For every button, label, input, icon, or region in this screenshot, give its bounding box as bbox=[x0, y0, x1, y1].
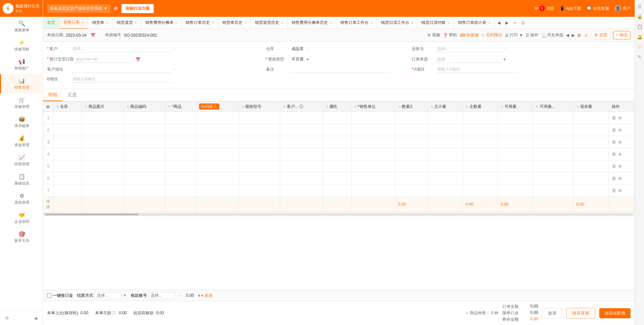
row-attribute-4[interactable] bbox=[323, 148, 351, 160]
sidebar-item-销售管理[interactable]: 📊 销售管理 bbox=[0, 74, 43, 93]
row-available-5[interactable] bbox=[498, 160, 533, 172]
app-download-action[interactable]: 📱 App下载 bbox=[560, 6, 581, 11]
row-qty2-6[interactable] bbox=[395, 172, 428, 185]
tab-6[interactable]: 销货单历史× bbox=[218, 17, 251, 29]
row-copy-icon-1[interactable]: ⊕ bbox=[618, 115, 622, 120]
row-code-6[interactable] bbox=[123, 172, 165, 185]
add-logistics-button[interactable]: + 物流 bbox=[613, 31, 631, 39]
operation-btn[interactable]: ☰ 操作 bbox=[526, 32, 538, 38]
row-stock-3[interactable] bbox=[574, 136, 609, 148]
row-spec-1[interactable] bbox=[238, 112, 280, 124]
row-scan-3[interactable] bbox=[196, 136, 238, 148]
row-warehouse-6[interactable] bbox=[53, 172, 82, 185]
row-spec-6[interactable] bbox=[238, 172, 280, 185]
user-action[interactable]: 👤 用户 bbox=[614, 5, 631, 12]
tab-close-12[interactable]: × bbox=[488, 21, 490, 25]
row-available-7[interactable] bbox=[498, 185, 533, 197]
tab-nav-0[interactable]: ◀ bbox=[495, 17, 503, 29]
row-unit-7[interactable] bbox=[351, 185, 395, 197]
row-copy-icon-6[interactable]: ⊕ bbox=[618, 176, 622, 181]
row-main-qty-2[interactable] bbox=[463, 124, 498, 136]
list-view-icon[interactable]: ≡ bbox=[583, 32, 589, 38]
row-delete-icon-2[interactable]: 🗑 bbox=[612, 127, 616, 132]
discard-button[interactable]: 放弃 bbox=[542, 308, 562, 319]
tab-close-3[interactable]: × bbox=[135, 21, 137, 25]
row-available2-7[interactable] bbox=[533, 185, 574, 197]
row-qty2-5[interactable] bbox=[395, 160, 428, 172]
trial-button[interactable]: 体验行业方案 bbox=[121, 4, 154, 13]
tab-close-10[interactable]: × bbox=[411, 21, 413, 25]
tab-3[interactable]: 销货退货× bbox=[113, 17, 141, 29]
calendar-icon[interactable]: 📅 bbox=[89, 33, 97, 38]
right-panel-icon-6[interactable]: ✎ bbox=[636, 53, 643, 60]
sidebar-item-经营管理[interactable]: 📈 经营管理 bbox=[0, 151, 43, 170]
row-product-6[interactable] bbox=[165, 172, 196, 185]
row-product-1[interactable] bbox=[165, 112, 196, 124]
customer-more-icon[interactable]: ··· bbox=[172, 47, 177, 51]
payment-method-input[interactable] bbox=[94, 292, 121, 299]
row-main-unit-7[interactable] bbox=[427, 185, 462, 197]
right-panel-icon-3[interactable]: 📋 bbox=[636, 23, 643, 30]
row-unit-3[interactable] bbox=[351, 136, 395, 148]
draft-button[interactable]: 保存草稿 bbox=[566, 308, 595, 319]
quick-pay-checkbox[interactable] bbox=[47, 293, 51, 298]
row-scan-4[interactable] bbox=[196, 148, 238, 160]
sidebar-item-新手引导[interactable]: 🎯 新手引导 bbox=[0, 228, 43, 247]
row-customer-2[interactable] bbox=[280, 124, 323, 136]
row-main-unit-1[interactable] bbox=[427, 112, 462, 124]
a-project-input[interactable] bbox=[435, 66, 519, 73]
row-available-2[interactable] bbox=[498, 124, 533, 136]
right-panel-icon-1[interactable]: ☰ bbox=[636, 3, 643, 10]
row-stock-1[interactable] bbox=[574, 112, 609, 124]
sidebar-item-快捷导航[interactable]: ⚡ 快捷导航 bbox=[0, 36, 43, 55]
sidebar-item-营销推广[interactable]: 📢 营销推广 bbox=[0, 55, 43, 74]
shortcut-btn[interactable]: ⌨ 快捷键 bbox=[460, 32, 479, 38]
row-scan-1[interactable] bbox=[196, 112, 238, 124]
row-available-6[interactable] bbox=[498, 172, 533, 185]
row-available2-5[interactable] bbox=[533, 160, 574, 172]
row-scan-2[interactable] bbox=[196, 124, 238, 136]
row-customer-4[interactable] bbox=[280, 148, 323, 160]
settings-button[interactable]: ⚙ 设置 bbox=[591, 31, 610, 39]
sidebar-item-资金管理[interactable]: 💰 资金管理 bbox=[0, 132, 43, 151]
invoice-dropdown-icon[interactable]: ▼ bbox=[306, 57, 310, 62]
row-available2-6[interactable] bbox=[533, 172, 574, 185]
help-btn[interactable]: ❓ 帮助 bbox=[443, 32, 457, 38]
row-stock-6[interactable] bbox=[574, 172, 609, 185]
row-available2-2[interactable] bbox=[533, 124, 574, 136]
row-available2-1[interactable] bbox=[533, 112, 574, 124]
tab-close-1[interactable]: × bbox=[82, 21, 84, 24]
save-button[interactable]: 保存&新增 bbox=[599, 308, 631, 318]
row-code-1[interactable] bbox=[123, 112, 165, 124]
row-warehouse-3[interactable] bbox=[53, 136, 82, 148]
sidebar-item-基础信息[interactable]: 📋 基础信息 bbox=[0, 170, 43, 189]
scroll-bar[interactable] bbox=[43, 212, 635, 216]
profit-btn[interactable]: ☆ 毛利预估 bbox=[481, 32, 502, 38]
row-copy-icon-2[interactable]: ⊕ bbox=[618, 127, 622, 132]
row-scan-7[interactable] bbox=[196, 185, 238, 197]
row-attribute-5[interactable] bbox=[323, 160, 351, 172]
tab-9[interactable]: 销售订单工作台× bbox=[336, 17, 377, 29]
row-qty2-4[interactable] bbox=[395, 148, 428, 160]
row-customer-7[interactable] bbox=[280, 185, 323, 197]
row-spec-2[interactable] bbox=[238, 124, 280, 136]
row-main-unit-5[interactable] bbox=[427, 160, 462, 172]
row-unit-4[interactable] bbox=[351, 148, 395, 160]
current-sale-info-icon[interactable]: ⓘ bbox=[112, 311, 116, 315]
tab-close-4[interactable]: × bbox=[176, 21, 178, 25]
row-main-qty-6[interactable] bbox=[463, 172, 498, 185]
row-main-qty-1[interactable] bbox=[463, 112, 498, 124]
row-product-5[interactable] bbox=[165, 160, 196, 172]
row-scan-6[interactable] bbox=[196, 172, 238, 185]
row-stock-5[interactable] bbox=[574, 160, 609, 172]
row-stock-2[interactable] bbox=[574, 124, 609, 136]
row-product-7[interactable] bbox=[165, 185, 196, 197]
row-customer-6[interactable] bbox=[280, 172, 323, 185]
row-stock-4[interactable] bbox=[574, 148, 609, 160]
settings-icon[interactable]: ⚙ bbox=[3, 314, 11, 322]
row-code-2[interactable] bbox=[123, 124, 165, 136]
delivery-calendar-icon[interactable]: 📅 bbox=[134, 57, 142, 62]
bank-account-input[interactable] bbox=[148, 292, 175, 299]
tab-close-8[interactable]: × bbox=[330, 21, 332, 25]
right-panel-icon-2[interactable]: 🔒 bbox=[636, 13, 643, 20]
